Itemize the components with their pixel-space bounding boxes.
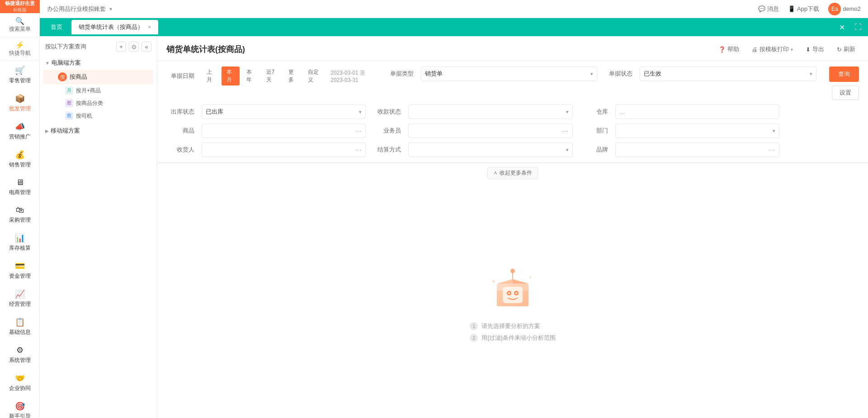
- sidebar-logo: 畅捷通好生意 标账版: [0, 0, 40, 13]
- date-tab-current-month[interactable]: 本月: [222, 66, 240, 86]
- desktop-group-label: 电脑端方案: [52, 59, 81, 67]
- salesperson-select[interactable]: ···: [408, 124, 572, 138]
- sidebar-item-marketing[interactable]: 📣 营销推广: [0, 117, 40, 145]
- sidebar-quick-nav[interactable]: ⚡ 快捷导航: [0, 37, 40, 61]
- collect-status-arrow-icon: ▾: [566, 109, 569, 115]
- sidebar-item-sales[interactable]: 💰 销售管理: [0, 145, 40, 173]
- svg-text:·: ·: [494, 296, 495, 300]
- settings-scheme-btn[interactable]: ⊙: [129, 42, 139, 52]
- out-status-value: 已出库: [206, 108, 223, 116]
- date-tab-year[interactable]: 本年: [241, 66, 259, 86]
- scheme-group-mobile-title[interactable]: ▶ 移动端方案: [43, 124, 153, 138]
- scheme-label-by-product: 按商品: [70, 73, 87, 81]
- marketing-icon: 📣: [15, 122, 25, 132]
- topbar: 办公用品行业模拟账套 ▾ 💬 消息 📱 App下载 Ea demo2: [40, 0, 868, 18]
- scheme-item-by-month-product[interactable]: 月 按月+商品: [43, 84, 153, 97]
- settings-btn[interactable]: 设置: [832, 86, 859, 100]
- sidebar-search[interactable]: 🔍 搜索菜单: [0, 13, 40, 37]
- type-select[interactable]: 销货单 ▾: [421, 66, 598, 81]
- status-label: 单据状态: [604, 70, 636, 78]
- sidebar-item-guide[interactable]: 🎯 新手引导: [0, 397, 40, 418]
- department-select[interactable]: ▾: [615, 124, 779, 138]
- date-tab-more[interactable]: 更多: [283, 66, 302, 86]
- export-btn[interactable]: ⬇ 导出: [802, 43, 828, 55]
- product-dots-icon: ···: [355, 127, 362, 134]
- receiver-select[interactable]: ···: [202, 142, 366, 157]
- message-btn[interactable]: 💬 消息: [758, 5, 779, 13]
- main: 办公用品行业模拟账套 ▾ 💬 消息 📱 App下载 Ea demo2 首页 销货…: [40, 0, 868, 418]
- scheme-item-by-driver[interactable]: 图 按司机: [43, 109, 153, 122]
- out-status-select[interactable]: 已出库 ▾: [202, 104, 366, 119]
- tabbar: 首页 销货单统计表（按商品） × ✕ ⛶: [40, 18, 868, 36]
- sidebar-item-inventory[interactable]: 📊 库存核算: [0, 228, 40, 256]
- basic-icon: 📋: [15, 317, 25, 327]
- svg-point-8: [515, 292, 517, 294]
- sidebar-item-label: 零售管理: [9, 77, 31, 85]
- collect-status-select[interactable]: ▾: [408, 104, 572, 119]
- collapse-filter-btn[interactable]: ∧ 收起更多条件: [487, 167, 538, 179]
- sidebar-item-purchase[interactable]: 🛍 采购管理: [0, 201, 40, 228]
- date-range: 2023-03-01 至 2023-03-31: [330, 69, 378, 83]
- date-tab-7days[interactable]: 近7天: [261, 66, 282, 86]
- status-select[interactable]: 已生效 ▾: [640, 66, 816, 81]
- tab-home[interactable]: 首页: [43, 20, 70, 34]
- right-panel: 销货单统计表(按商品) ❓ 帮助 🖨 按模板打印 ▾ ⬇ 导出: [157, 36, 868, 418]
- sidebar-item-label: 企业协同: [9, 385, 31, 392]
- filter-row-3: 商品 ··· 业务员 ··· 部门: [166, 124, 859, 138]
- payment-select[interactable]: ▾: [408, 142, 572, 157]
- tab-active[interactable]: 销货单统计表（按商品） ×: [71, 20, 158, 34]
- refresh-btn[interactable]: ↻ 刷新: [833, 43, 859, 55]
- sidebar-item-operations[interactable]: 📈 经营管理: [0, 285, 40, 313]
- status-value: 已生效: [644, 70, 661, 78]
- date-tab-custom[interactable]: 自定义: [303, 66, 325, 86]
- query-btn[interactable]: 查询: [829, 66, 859, 82]
- svg-point-7: [508, 292, 510, 294]
- sidebar-item-label: 库存核算: [9, 244, 31, 252]
- brand-select[interactable]: ···: [615, 142, 779, 157]
- sidebar-item-wholesale[interactable]: 📦 批发管理: [0, 89, 40, 117]
- sidebar-item-ecommerce[interactable]: 🖥 电商管理: [0, 173, 40, 201]
- empty-tip-2: 2 用[过滤]条件来缩小分析范围: [470, 334, 555, 342]
- sidebar-item-label: 批发管理: [9, 105, 31, 113]
- sidebar-item-basic[interactable]: 📋 基础信息: [0, 313, 40, 341]
- add-scheme-btn[interactable]: +: [116, 42, 126, 52]
- system-icon: ⚙: [16, 345, 24, 355]
- warehouse-select[interactable]: …: [615, 104, 779, 119]
- sidebar-item-label: 销售管理: [9, 161, 31, 169]
- scheme-sub-icon-driver: 图: [65, 112, 73, 120]
- date-tab-last-month[interactable]: 上月: [202, 66, 220, 86]
- salesperson-label: 业务员: [373, 127, 405, 135]
- print-btn[interactable]: 🖨 按模板打印 ▾: [748, 43, 797, 55]
- scheme-group-desktop-title[interactable]: ▼ 电脑端方案: [43, 56, 153, 70]
- sidebar-item-retail[interactable]: 🛒 零售管理: [0, 61, 40, 89]
- left-panel-title: 按以下方案查询 + ⊙ «: [43, 42, 153, 52]
- sidebar-item-finance[interactable]: 💳 资金管理: [0, 256, 40, 285]
- out-status-arrow-icon: ▾: [359, 109, 362, 115]
- scheme-icon-by-product: 按: [58, 72, 67, 81]
- left-panel: 按以下方案查询 + ⊙ « ▼ 电脑端方案 按 按商品: [40, 36, 157, 418]
- sidebar-item-enterprise[interactable]: 🤝 企业协同: [0, 369, 40, 397]
- sidebar-item-system[interactable]: ⚙ 系统管理: [0, 341, 40, 369]
- collapse-panel-btn[interactable]: «: [142, 42, 151, 52]
- scheme-label-driver: 按司机: [76, 112, 92, 120]
- filter-type-row: 单据类型 销货单 ▾: [386, 66, 598, 81]
- tab-close-all-btn[interactable]: ✕: [835, 21, 848, 33]
- product-select[interactable]: ···: [202, 124, 366, 138]
- tab-close-btn[interactable]: ×: [148, 24, 151, 30]
- top-arrow-icon[interactable]: ▾: [109, 6, 112, 12]
- app-download-btn[interactable]: 📱 App下载: [788, 5, 819, 13]
- scheme-item-by-product[interactable]: 按 按商品: [43, 70, 153, 84]
- logo-sub: 标账版: [13, 7, 27, 13]
- sidebar-item-label: 资金管理: [9, 272, 31, 280]
- content-area: 按以下方案查询 + ⊙ « ▼ 电脑端方案 按 按商品: [40, 36, 868, 418]
- mobile-group-label: 移动端方案: [51, 127, 80, 135]
- payment-arrow-icon: ▾: [566, 147, 569, 153]
- ecommerce-icon: 🖥: [16, 178, 24, 187]
- help-btn[interactable]: ❓ 帮助: [715, 43, 743, 55]
- purchase-icon: 🛍: [16, 205, 24, 215]
- tab-expand-btn[interactable]: ⛶: [852, 21, 864, 33]
- empty-tips: 1 请先选择要分析的方案 2 用[过滤]条件来缩小分析范围: [470, 322, 555, 342]
- user-profile[interactable]: Ea demo2: [828, 3, 861, 15]
- scheme-item-by-category[interactable]: 图 按商品分类: [43, 97, 153, 109]
- enterprise-icon: 🤝: [15, 373, 25, 383]
